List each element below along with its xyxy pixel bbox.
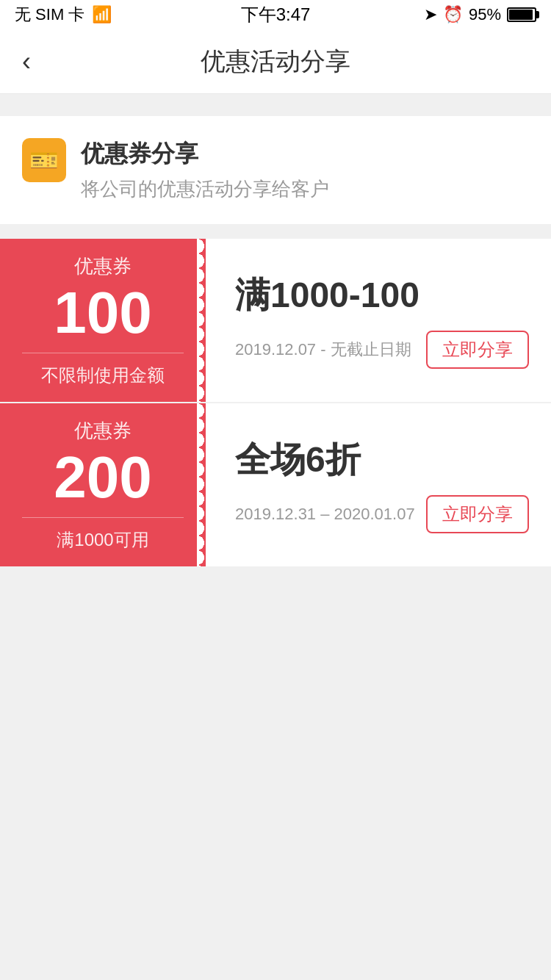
content-area: 🎫 优惠券分享 将公司的优惠活动分享给客户 优惠券 100 不限制使用金额 满1…	[0, 94, 551, 957]
coupon-condition-0: 不限制使用金额	[41, 364, 165, 387]
battery-percent: 95%	[469, 5, 501, 24]
coupon-date-1: 2019.12.31 – 2020.01.07	[235, 505, 415, 524]
location-icon: ➤	[424, 5, 437, 24]
coupon-divider-1	[22, 517, 184, 518]
coupon-condition-1: 满1000可用	[57, 528, 148, 552]
share-button-1[interactable]: 立即分享	[426, 495, 529, 533]
coupon-amount-1: 200	[54, 448, 151, 507]
coupon-date-0: 2019.12.07 - 无截止日期	[235, 339, 411, 361]
status-bar: 无 SIM 卡 📶 下午3:47 ➤ ⏰ 95%	[0, 0, 551, 29]
status-right: ➤ ⏰ 95%	[424, 5, 536, 24]
coupon-left-0: 优惠券 100 不限制使用金额	[0, 239, 206, 402]
coupon-meta-1: 2019.12.31 – 2020.01.07 立即分享	[235, 495, 529, 533]
coupon-divider-0	[22, 353, 184, 353]
coupon-card-1: 优惠券 200 满1000可用 全场6折 2019.12.31 – 2020.0…	[0, 403, 551, 566]
status-time: 下午3:47	[241, 3, 311, 26]
carrier-text: 无 SIM 卡	[15, 4, 84, 26]
coupon-left-1: 优惠券 200 满1000可用	[0, 403, 206, 566]
battery-icon	[507, 7, 536, 22]
coupon-right-0: 满1000-100 2019.12.07 - 无截止日期 立即分享	[206, 239, 551, 402]
coupon-label-0: 优惠券	[74, 253, 132, 279]
coupon-list: 优惠券 100 不限制使用金额 满1000-100 2019.12.07 - 无…	[0, 239, 551, 568]
coupon-right-1: 全场6折 2019.12.31 – 2020.01.07 立即分享	[206, 403, 551, 566]
coupon-card-0: 优惠券 100 不限制使用金额 满1000-100 2019.12.07 - 无…	[0, 239, 551, 402]
coupon-name-1: 全场6折	[235, 436, 529, 483]
section-header: 🎫 优惠券分享 将公司的优惠活动分享给客户	[0, 116, 551, 224]
wifi-icon: 📶	[92, 5, 112, 24]
coupon-meta-0: 2019.12.07 - 无截止日期 立即分享	[235, 331, 529, 369]
alarm-icon: ⏰	[443, 5, 463, 24]
coupon-label-1: 优惠券	[74, 418, 132, 444]
section-description: 将公司的优惠活动分享给客户	[81, 176, 329, 202]
nav-bar: ‹ 优惠活动分享	[0, 29, 551, 94]
share-button-0[interactable]: 立即分享	[426, 331, 529, 369]
coupon-amount-0: 100	[54, 284, 151, 342]
nav-title: 优惠活动分享	[201, 45, 350, 79]
bottom-area	[0, 568, 551, 935]
section-title: 优惠券分享	[81, 138, 329, 170]
status-left: 无 SIM 卡 📶	[15, 4, 112, 26]
section-icon: 🎫	[22, 138, 66, 182]
coupon-name-0: 满1000-100	[235, 272, 529, 319]
back-button[interactable]: ‹	[22, 46, 31, 77]
section-text: 优惠券分享 将公司的优惠活动分享给客户	[81, 138, 329, 202]
